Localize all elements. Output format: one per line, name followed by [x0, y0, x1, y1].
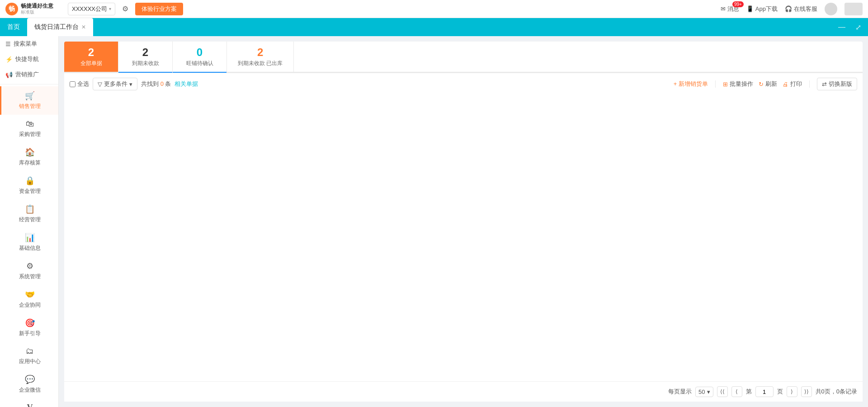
settings-button[interactable]: ⚙: [119, 3, 132, 15]
page-last-button[interactable]: ⟩⟩: [801, 386, 812, 397]
header-right: ✉ 消息 99+ 📱 App下载 🎧 在线客服: [721, 3, 863, 15]
headset-icon: 🎧: [785, 5, 792, 12]
sidebar-quick-nav-label: 快捷导航: [15, 55, 39, 63]
logo-sub: 标准版: [21, 9, 53, 15]
stats-label-pending: 旺铺待确认: [186, 60, 213, 67]
stats-label-all: 全部单据: [80, 60, 102, 67]
page-number-input[interactable]: [755, 386, 774, 397]
online-service-label: 在线客服: [794, 5, 817, 13]
sidebar-item-label-system: 系统管理: [19, 273, 41, 281]
stats-num-all: 2: [88, 46, 94, 59]
sidebar-item-label-enterprise: 企业协同: [19, 301, 41, 309]
sidebar-item-guide[interactable]: 🎯 新手引导: [0, 313, 58, 342]
toolbar-right: + 新增销货单 ⊞ 批量操作 ↻ 刷新 🖨 打印 ⇄ 切换新版: [674, 78, 857, 90]
trial-button[interactable]: 体验行业方案: [135, 3, 183, 15]
app-download-label: App下载: [755, 5, 778, 13]
page-size-label: 每页显示: [668, 388, 692, 396]
sidebar-item-enterprise[interactable]: 🤝 企业协同: [0, 285, 58, 313]
company-selector[interactable]: XXXXXX公司 ▾: [68, 3, 115, 15]
chevron-down-icon: ▾: [109, 6, 111, 11]
sidebar-item-operation[interactable]: 📋 经营管理: [0, 200, 58, 228]
sidebar-item-label-inventory: 库存核算: [19, 159, 41, 167]
stats-tab-overdue[interactable]: 2 到期未收款: [118, 42, 173, 72]
stats-tab-pending[interactable]: 0 旺铺待确认: [173, 42, 227, 72]
print-icon: 🖨: [783, 81, 788, 88]
finance-icon: 🔒: [25, 176, 35, 186]
stats-label-shipped: 到期未收款 已出库: [238, 60, 283, 67]
sidebar-marketing[interactable]: 📢 营销推广: [0, 67, 58, 82]
sidebar-marketing-label: 营销推广: [15, 70, 39, 79]
page-label: 第: [746, 388, 752, 396]
select-all-checkbox[interactable]: 全选: [70, 80, 89, 88]
stats-num-shipped: 2: [257, 46, 263, 59]
sidebar-item-basic[interactable]: 📊 基础信息: [0, 228, 58, 257]
sidebar-search-menu[interactable]: ☰ 搜索菜单: [0, 36, 58, 51]
page-first-button[interactable]: ⟨⟨: [717, 386, 728, 397]
batch-operation-button[interactable]: ⊞ 批量操作: [723, 80, 753, 88]
sales-icon: 🛒: [25, 91, 35, 101]
logo-area: 畅 畅捷通好生意 标准版: [5, 3, 64, 15]
app-download-button[interactable]: 📱 App下载: [746, 5, 778, 13]
tab-bar: 首页 钱货日清工作台 ✕ — ⤢: [0, 18, 868, 36]
tab-maximize-button[interactable]: ⤢: [852, 21, 864, 33]
marketing-icon: 📢: [5, 71, 13, 78]
page-size-selector[interactable]: 50 ▾: [695, 387, 713, 397]
guide-icon: 🎯: [25, 318, 35, 328]
sidebar-item-weixin[interactable]: 💬 企业微信: [0, 370, 58, 398]
stats-num-pending: 0: [197, 46, 203, 59]
sidebar-item-label-guide: 新手引导: [19, 330, 41, 337]
sidebar-item-app-center[interactable]: 🗂 应用中心: [0, 342, 58, 370]
basic-icon: 📊: [25, 233, 35, 243]
count-value: 0: [160, 80, 164, 87]
sidebar-item-label-weixin: 企业微信: [19, 386, 41, 394]
page-prev-button[interactable]: ⟨: [731, 386, 742, 397]
avatar[interactable]: [825, 3, 837, 15]
sidebar-item-inventory[interactable]: 🏠 库存核算: [0, 143, 58, 171]
sidebar-item-label-sales: 销售管理: [19, 103, 41, 110]
tab-minimize-button[interactable]: —: [835, 21, 848, 33]
add-sales-button[interactable]: + 新增销货单: [674, 80, 708, 88]
system-icon: ⚙: [26, 261, 33, 271]
filter-button[interactable]: ▽ 更多条件 ▾: [93, 78, 137, 90]
sidebar: ☰ 搜索菜单 ⚡ 快捷导航 📢 营销推广 🛒 销售管理 🛍 采购管理 🏠 库存核…: [0, 36, 59, 407]
stats-tab-shipped[interactable]: 2 到期未收款 已出库: [227, 42, 294, 72]
stats-tabs: 2 全部单据 2 到期未收款 0 旺铺待确认 2 到期未收款 已出库: [64, 42, 863, 73]
sidebar-item-member[interactable]: V 畅会员: [0, 398, 58, 407]
select-all-input[interactable]: [70, 81, 75, 87]
message-button[interactable]: ✉ 消息 99+: [721, 5, 739, 13]
stats-label-overdue: 到期未收款: [132, 60, 159, 67]
tab-home[interactable]: 首页: [0, 18, 27, 36]
message-icon: ✉: [721, 5, 726, 12]
member-icon: V: [27, 403, 33, 407]
sidebar-top-items: ☰ 搜索菜单 ⚡ 快捷导航 📢 营销推广: [0, 36, 58, 84]
page-label2: 页: [777, 388, 783, 396]
sidebar-item-finance[interactable]: 🔒 资金管理: [0, 171, 58, 200]
sidebar-quick-nav[interactable]: ⚡ 快捷导航: [0, 51, 58, 67]
related-records-link[interactable]: 相关单据: [175, 80, 198, 88]
pagination-bar: 每页显示 50 ▾ ⟨⟨ ⟨ 第 页 ⟩ ⟩⟩ 共0页，0条记录: [64, 381, 863, 402]
table-area: [64, 95, 863, 381]
stats-tab-all[interactable]: 2 全部单据: [64, 42, 118, 72]
sidebar-item-label-purchase: 采购管理: [19, 131, 41, 138]
online-service-button[interactable]: 🎧 在线客服: [785, 5, 817, 13]
sidebar-item-label-app-center: 应用中心: [19, 358, 41, 365]
sidebar-item-sales[interactable]: 🛒 销售管理: [0, 86, 58, 115]
sidebar-item-label-finance: 资金管理: [19, 187, 41, 195]
inventory-icon: 🏠: [25, 147, 35, 157]
tab-cashflow[interactable]: 钱货日清工作台 ✕: [27, 18, 93, 36]
refresh-button[interactable]: ↻ 刷新: [759, 80, 777, 88]
sidebar-item-label-operation: 经营管理: [19, 216, 41, 224]
sidebar-item-purchase[interactable]: 🛍 采购管理: [0, 115, 58, 143]
page-next-button[interactable]: ⟩: [787, 386, 797, 397]
total-info: 共0页，0条记录: [816, 388, 857, 396]
count-info: 共找到 0 条: [141, 80, 171, 88]
user-menu[interactable]: [844, 3, 863, 15]
filter-icon: ▽: [98, 81, 102, 88]
sidebar-item-system[interactable]: ⚙ 系统管理: [0, 257, 58, 285]
switch-version-button[interactable]: ⇄ 切换新版: [817, 78, 857, 90]
top-header: 畅 畅捷通好生意 标准版 XXXXXX公司 ▾ ⚙ 体验行业方案 ✉ 消息 99…: [0, 0, 868, 18]
print-button[interactable]: 🖨 打印: [783, 80, 802, 88]
main-layout: ☰ 搜索菜单 ⚡ 快捷导航 📢 营销推广 🛒 销售管理 🛍 采购管理 🏠 库存核…: [0, 36, 868, 407]
tab-bar-right: — ⤢: [835, 21, 868, 33]
tab-close-icon[interactable]: ✕: [81, 24, 86, 30]
